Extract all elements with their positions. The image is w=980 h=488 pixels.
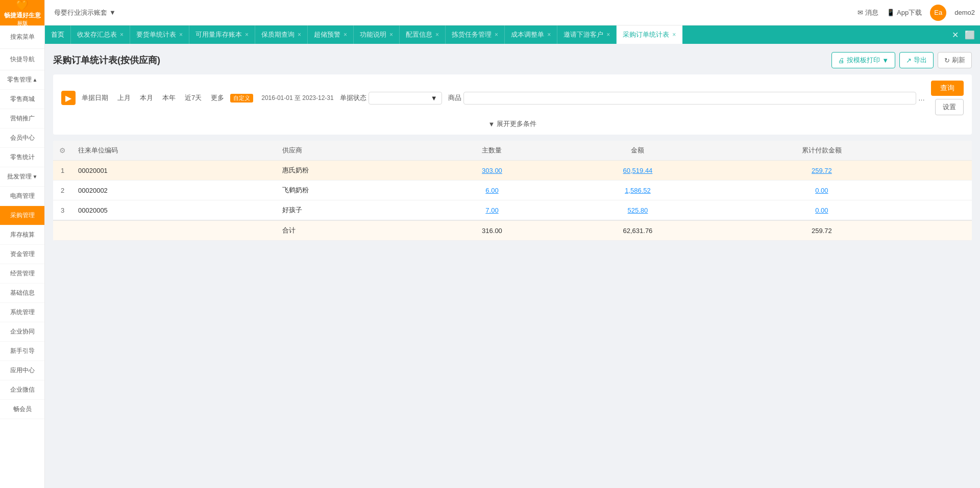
- refresh-label: 刷新: [952, 56, 965, 65]
- tab-maximize-btn[interactable]: ⬜: [964, 29, 976, 41]
- sidebar-item-label: 电商管理: [10, 192, 35, 199]
- sidebar-item-inventory-check[interactable]: 库存核算: [0, 225, 44, 245]
- sidebar-item-operation-mgmt[interactable]: 经营管理: [0, 264, 44, 284]
- tab-expiry-query[interactable]: 保质期查询 ×: [255, 25, 308, 44]
- tab-home[interactable]: 首页: [45, 25, 71, 44]
- shortcut-more[interactable]: 更多: [208, 92, 227, 104]
- tab-close-icon[interactable]: ×: [298, 31, 301, 38]
- sidebar-item-purchase-mgmt[interactable]: 采购管理: [0, 206, 44, 225]
- td-main-qty[interactable]: 6.00: [428, 181, 556, 200]
- tab-cost-adjust[interactable]: 成本调整单 ×: [505, 25, 557, 44]
- td-extra: [924, 161, 972, 181]
- goods-input[interactable]: [463, 92, 916, 105]
- tab-close-icon[interactable]: ×: [672, 31, 676, 38]
- quick-nav-area[interactable]: 快捷导航: [0, 49, 44, 70]
- shortcut-7days[interactable]: 近7天: [182, 92, 205, 104]
- td-amount[interactable]: 60,519.44: [556, 161, 720, 181]
- shortcut-prev-month[interactable]: 上月: [114, 92, 134, 104]
- tab-config-info[interactable]: 配置信息 ×: [400, 25, 446, 44]
- status-label: 单据状态: [340, 93, 366, 102]
- goods-more-btn[interactable]: …: [918, 94, 925, 102]
- tab-close-icon[interactable]: ×: [120, 31, 124, 38]
- sidebar-search-area[interactable]: 搜索菜单: [0, 25, 44, 49]
- tab-close-icon[interactable]: ×: [606, 31, 610, 38]
- expand-down-icon: ▼: [488, 120, 495, 128]
- sidebar-item-enterprise-collab[interactable]: 企业协同: [0, 322, 44, 342]
- td-cumulative-paid[interactable]: 259.72: [720, 161, 924, 181]
- tab-close-icon[interactable]: ×: [245, 31, 249, 38]
- sidebar-item-basic-info[interactable]: 基础信息: [0, 284, 44, 303]
- tab-close-all-btn[interactable]: ✕: [951, 29, 960, 41]
- sidebar-item-member-center[interactable]: 会员中心: [0, 129, 44, 148]
- workspace-selector[interactable]: 母婴行业演示账套 ▼: [50, 6, 120, 19]
- tab-label: 功能说明: [360, 30, 386, 39]
- filter-toggle-btn[interactable]: ▶: [61, 91, 76, 105]
- td-main-qty[interactable]: 303.00: [428, 161, 556, 181]
- sidebar-item-retail-stats[interactable]: 零售统计: [0, 148, 44, 167]
- sidebar-item-app-center[interactable]: 应用中心: [0, 361, 44, 380]
- tab-home-label: 首页: [51, 30, 64, 39]
- tab-close-icon[interactable]: ×: [547, 31, 551, 38]
- td-main-qty[interactable]: 7.00: [428, 200, 556, 221]
- tab-func-desc[interactable]: 功能说明 ×: [354, 25, 400, 44]
- username-label[interactable]: demo2: [954, 9, 975, 16]
- tab-purchase-stats[interactable]: 采购订单统计表 ×: [617, 25, 682, 44]
- td-seq: 3: [53, 200, 72, 221]
- td-amount[interactable]: 525.80: [556, 200, 720, 221]
- tab-label: 超储预警: [314, 30, 340, 39]
- tab-pick-task[interactable]: 拣货任务管理 ×: [446, 25, 505, 44]
- quick-nav-btn[interactable]: 快捷导航: [4, 53, 40, 66]
- td-extra: [924, 181, 972, 200]
- message-icon: ✉: [857, 9, 863, 16]
- custom-date-badge[interactable]: 自定义: [230, 94, 253, 102]
- topbar: 母婴行业演示账套 ▼ ✉ 消息 📱 App下载 Ea demo2: [45, 0, 980, 25]
- export-button[interactable]: ↗ 导出: [899, 52, 934, 68]
- sidebar-item-ecommerce-mgmt[interactable]: 电商管理: [0, 187, 44, 206]
- tab-invite-downstream[interactable]: 邀请下游客户 ×: [557, 25, 617, 44]
- sidebar-item-vip-member[interactable]: 畅会员: [0, 400, 44, 419]
- settings-icon[interactable]: ⚙: [59, 146, 66, 155]
- sidebar-item-wholesale-mgmt[interactable]: 批发管理 ▼: [0, 167, 44, 187]
- td-summary-label: 合计: [276, 220, 428, 241]
- status-filter: 单据状态 ▼: [340, 92, 442, 105]
- sidebar-item-fund-mgmt[interactable]: 资金管理: [0, 245, 44, 264]
- sidebar-item-retail-shop[interactable]: 零售商城: [0, 90, 44, 109]
- search-button[interactable]: 查询: [931, 81, 964, 96]
- status-select[interactable]: ▼: [369, 92, 442, 105]
- tab-label: 保质期查询: [261, 30, 295, 39]
- message-btn[interactable]: ✉ 消息: [857, 8, 878, 17]
- logo-icon: 🧡: [16, 0, 29, 11]
- sidebar-item-enterprise-wechat[interactable]: 企业微信: [0, 380, 44, 400]
- tab-close-icon[interactable]: ×: [495, 31, 498, 38]
- setting-button[interactable]: 设置: [935, 99, 964, 115]
- tab-label: 要货单统计表: [136, 30, 176, 39]
- app-download-btn[interactable]: 📱 App下载: [887, 8, 922, 17]
- tab-close-icon[interactable]: ×: [389, 31, 393, 38]
- refresh-button[interactable]: ↻ 刷新: [938, 52, 972, 68]
- tab-close-icon[interactable]: ×: [344, 31, 347, 38]
- th-unit-code: 往来单位编码: [72, 141, 276, 161]
- tab-over-stock-warning[interactable]: 超储预警 ×: [308, 25, 354, 44]
- tab-collect-send[interactable]: 收发存汇总表 ×: [71, 25, 130, 44]
- shortcut-this-month[interactable]: 本月: [137, 92, 156, 104]
- td-cumulative-paid[interactable]: 0.00: [720, 181, 924, 200]
- td-cumulative-paid[interactable]: 0.00: [720, 200, 924, 221]
- user-avatar[interactable]: Ea: [930, 5, 946, 21]
- sidebar-item-marketing[interactable]: 营销推广: [0, 109, 44, 129]
- th-extra: [924, 141, 972, 161]
- topbar-right: ✉ 消息 📱 App下载 Ea demo2: [857, 5, 975, 21]
- search-menu-btn[interactable]: 搜索菜单: [4, 31, 40, 43]
- sidebar-item-system-mgmt[interactable]: 系统管理: [0, 303, 44, 322]
- tab-available-stock[interactable]: 可用量库存账本 ×: [189, 25, 255, 44]
- sidebar-item-retail-mgmt[interactable]: 零售管理 ▲: [0, 70, 44, 90]
- tab-close-icon[interactable]: ×: [179, 31, 183, 38]
- table-header-row: ⚙ 往来单位编码 供应商 主数量 金额 累计付款金额: [53, 141, 972, 161]
- tab-close-icon[interactable]: ×: [435, 31, 439, 38]
- shortcut-this-year[interactable]: 本年: [159, 92, 179, 104]
- sidebar-item-new-guide[interactable]: 新手引导: [0, 342, 44, 361]
- td-amount[interactable]: 1,586.52: [556, 181, 720, 200]
- sidebar-item-label: 会员中心: [10, 134, 35, 141]
- tab-demand-stats[interactable]: 要货单统计表 ×: [130, 25, 189, 44]
- expand-more-btn[interactable]: ▼ 展开更多条件: [488, 119, 537, 129]
- print-button[interactable]: 🖨 按模板打印 ▼: [831, 52, 895, 68]
